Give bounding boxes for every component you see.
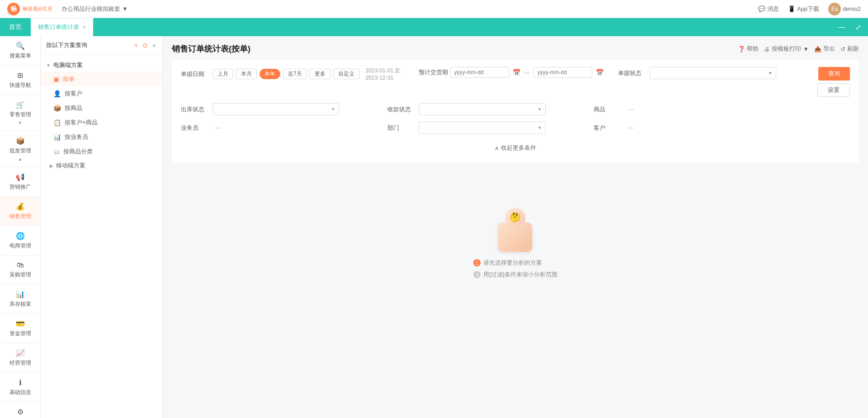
empty-tip-2: 2 用[过滤]条件来缩小分析范围 bbox=[473, 271, 557, 279]
print-btn[interactable]: 🖨 按模板打印 ▼ bbox=[764, 45, 809, 53]
tip-text-2: 用[过滤]条件来缩小分析范围 bbox=[483, 271, 557, 279]
status-label: 单据状态 bbox=[618, 69, 650, 77]
scheme-item-by-salesperson[interactable]: 📊 按业务员 bbox=[41, 130, 162, 144]
calendar-icon-end[interactable]: 📅 bbox=[596, 69, 604, 76]
sidebar-item-search-menu[interactable]: 🔍 搜索菜单 bbox=[0, 36, 40, 66]
scheme-item-by-product[interactable]: 📦 按商品 bbox=[41, 101, 162, 115]
scheme-item-by-customer-product[interactable]: 📋 按客户+商品 bbox=[41, 115, 162, 130]
illustration-face: 🤔 bbox=[505, 208, 525, 226]
message-icon: 💬 bbox=[758, 5, 765, 12]
sidebar-item-label: 批发管理 bbox=[9, 147, 31, 155]
export-btn[interactable]: 📤 导出 bbox=[814, 45, 835, 53]
by-product-icon: 📦 bbox=[53, 104, 61, 112]
sidebar-item-wholesale[interactable]: 📦 批发管理 ▲ bbox=[0, 131, 40, 167]
scheme-item-by-category[interactable]: 🗂 按商品分类 bbox=[41, 144, 162, 159]
product-dots-btn[interactable]: ··· bbox=[625, 105, 637, 114]
collapse-panel-btn[interactable]: « bbox=[151, 41, 157, 50]
date-filter-group: 单据日期 上月 本月 本年 近7天 更多 自定义 2023-01-01 至 20… bbox=[181, 67, 410, 81]
salesperson-dots-btn[interactable]: ··· bbox=[212, 124, 224, 132]
calendar-icon-start[interactable]: 📅 bbox=[513, 69, 520, 76]
sidebar-item-label: 搜索菜单 bbox=[9, 52, 31, 60]
tab-home[interactable]: 首页 bbox=[0, 18, 31, 36]
refresh-icon: ↺ bbox=[840, 46, 845, 52]
scheme-item-by-order[interactable]: ▣ 按单 bbox=[41, 72, 162, 86]
date-btn-more[interactable]: 更多 bbox=[310, 69, 330, 79]
pay-status-select[interactable] bbox=[419, 103, 546, 115]
expected-date-start[interactable] bbox=[450, 67, 509, 78]
filter-card: 单据日期 上月 本月 本年 近7天 更多 自定义 2023-01-01 至 20… bbox=[172, 60, 859, 163]
app-title-area[interactable]: 办公用品行业模拟账套 ▼ bbox=[61, 5, 128, 13]
maximize-btn[interactable]: ⤢ bbox=[852, 21, 864, 33]
sidebar-item-purchase[interactable]: 🛍 采购管理 bbox=[0, 256, 40, 285]
dept-select[interactable] bbox=[419, 122, 546, 134]
main-content: 销售订单统计表(按单) ❓ 帮助 🖨 按模板打印 ▼ 📤 bbox=[163, 36, 868, 418]
sidebar-item-sales[interactable]: 💰 销售管理 bbox=[0, 197, 40, 226]
mobile-scheme-label: 移动端方案 bbox=[56, 162, 85, 170]
sidebar-item-quick-nav[interactable]: ⊞ 快捷导航 bbox=[0, 66, 40, 95]
ecommerce-icon: 🌐 bbox=[16, 232, 25, 240]
scheme-item-label: 按客户 bbox=[65, 90, 82, 98]
out-status-label: 出库状态 bbox=[181, 105, 212, 114]
refresh-btn[interactable]: ↺ 刷新 bbox=[840, 45, 859, 53]
inventory-icon: 📊 bbox=[16, 290, 25, 299]
filter-row-3: 业务员 ··· 部门 ▼ bbox=[181, 122, 850, 134]
expected-date-end[interactable] bbox=[533, 67, 592, 78]
date-btn-this-month[interactable]: 本月 bbox=[236, 69, 257, 79]
dept-group: 部门 ▼ bbox=[387, 122, 585, 134]
sidebar-item-label: 采购管理 bbox=[9, 271, 31, 279]
user-area[interactable]: Ea demo2 bbox=[828, 3, 861, 15]
app-download-btn[interactable]: 📱 App下载 bbox=[788, 5, 819, 13]
mobile-scheme-group[interactable]: ▶ 移动端方案 bbox=[41, 159, 162, 172]
sidebar-item-system[interactable]: ⚙ 系统管理 bbox=[0, 402, 40, 418]
sidebar-item-inventory[interactable]: 📊 库存核算 bbox=[0, 285, 40, 314]
sidebar-item-operations[interactable]: 📈 经营管理 bbox=[0, 343, 40, 373]
by-order-icon: ▣ bbox=[53, 76, 59, 83]
print-dropdown-icon: ▼ bbox=[803, 46, 809, 52]
expected-date-controls: 📅 — 📅 bbox=[450, 67, 609, 78]
retail-icon: 🛒 bbox=[16, 100, 25, 109]
sidebar-item-marketing[interactable]: 📢 营销推广 bbox=[0, 167, 40, 197]
query-area: 查询 设置 bbox=[817, 67, 850, 97]
dept-wrapper: ▼ bbox=[419, 122, 546, 134]
add-scheme-btn[interactable]: + bbox=[133, 41, 139, 50]
minimize-btn[interactable]: — bbox=[835, 21, 848, 33]
page-actions: ❓ 帮助 🖨 按模板打印 ▼ 📤 导出 ↺ bbox=[738, 45, 859, 53]
date-btn-custom[interactable]: 自定义 bbox=[333, 69, 359, 79]
out-status-select[interactable] bbox=[212, 103, 339, 115]
scheme-item-label: 按业务员 bbox=[65, 133, 88, 141]
collapse-btn[interactable]: ∧ 收起更多条件 bbox=[495, 144, 536, 152]
sidebar-item-retail[interactable]: 🛒 零售管理 ▼ bbox=[0, 95, 40, 131]
marketing-icon: 📢 bbox=[16, 173, 25, 181]
date-range-text: 2023-01-01 至 2023-12-31 bbox=[366, 67, 410, 81]
date-btn-last-month[interactable]: 上月 bbox=[212, 69, 233, 79]
customer-dots-btn[interactable]: ··· bbox=[625, 124, 637, 132]
retail-arrow-icon: ▼ bbox=[18, 120, 23, 125]
print-icon: 🖨 bbox=[764, 46, 770, 52]
message-btn[interactable]: 💬 消息 bbox=[758, 5, 779, 13]
date-btn-7days[interactable]: 近7天 bbox=[283, 69, 307, 79]
tab-active[interactable]: 销售订单统计表 × bbox=[31, 18, 93, 36]
help-btn[interactable]: ❓ 帮助 bbox=[738, 45, 759, 53]
settings-scheme-btn[interactable]: ⊙ bbox=[142, 41, 149, 50]
tip-text-1: 请先选择要分析的方案 bbox=[483, 259, 542, 267]
sidebar-item-finance[interactable]: 💳 资金管理 bbox=[0, 314, 40, 343]
sidebar-item-ecommerce[interactable]: 🌐 电商管理 bbox=[0, 226, 40, 256]
pay-status-wrapper: ▼ bbox=[419, 103, 546, 115]
status-select[interactable] bbox=[650, 67, 776, 79]
tab-close-btn[interactable]: × bbox=[83, 24, 86, 30]
pc-scheme-group[interactable]: ▼ 电脑端方案 bbox=[41, 58, 162, 72]
pay-status-group: 收款状态 ▼ bbox=[387, 103, 585, 115]
query-btn[interactable]: 查询 bbox=[818, 67, 850, 81]
pc-scheme-label: 电脑端方案 bbox=[53, 61, 83, 69]
dropdown-arrow-icon: ▼ bbox=[122, 5, 128, 12]
date-btn-this-year[interactable]: 本年 bbox=[259, 69, 280, 79]
sidebar-item-basic-info[interactable]: ℹ 基础信息 bbox=[0, 373, 40, 402]
salesperson-group: 业务员 ··· bbox=[181, 124, 378, 132]
scheme-item-label: 按单 bbox=[63, 75, 75, 83]
scheme-item-by-customer[interactable]: 👤 按客户 bbox=[41, 86, 162, 101]
by-customer-product-icon: 📋 bbox=[53, 119, 61, 126]
export-label: 导出 bbox=[823, 45, 835, 53]
reset-btn[interactable]: 设置 bbox=[817, 83, 850, 97]
pay-status-label: 收款状态 bbox=[387, 105, 419, 114]
tip-num-1: 1 bbox=[473, 259, 481, 266]
